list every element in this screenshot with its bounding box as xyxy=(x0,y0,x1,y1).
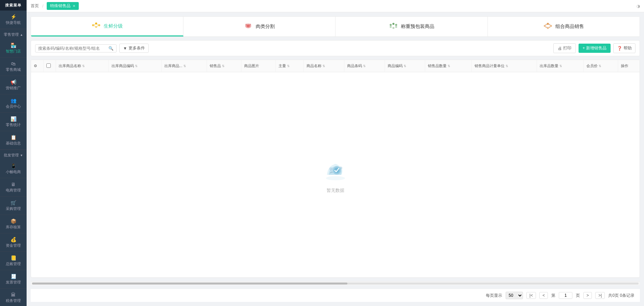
sidebar-item-inventory[interactable]: 📦 库存核算 xyxy=(0,215,27,233)
per-page-label: 每页显示 xyxy=(486,293,502,299)
add-label: + 新增销售品 xyxy=(583,45,606,51)
svg-line-4 xyxy=(94,24,95,25)
table-header-row: ⚙ 出库商品名称 ⇅ 出库商 xyxy=(31,60,640,72)
print-icon: 🖨 xyxy=(558,46,562,51)
select-all-checkbox[interactable] xyxy=(46,63,51,68)
prev-page-button[interactable]: < xyxy=(539,292,548,299)
members-icon: 👥 xyxy=(11,98,16,103)
sort-out-qty-icon[interactable]: ⇅ xyxy=(559,64,562,68)
sidebar-item-smart-store[interactable]: 🏪 智慧门店 xyxy=(0,39,27,58)
tab-meat[interactable]: 肉类分割 xyxy=(183,17,336,36)
empty-state-icon xyxy=(322,156,349,183)
topbar-toggle[interactable]: ◑ xyxy=(636,4,640,9)
svg-point-0 xyxy=(92,24,94,26)
next-page-button[interactable]: > xyxy=(583,292,592,299)
sort-member-price-icon[interactable]: ⇅ xyxy=(599,64,601,68)
sort-out-spec-icon[interactable]: ⇅ xyxy=(183,64,186,68)
scrollbar-thumb[interactable] xyxy=(32,282,347,285)
sidebar-item-marketing[interactable]: 📢 营销推广 xyxy=(0,76,27,94)
last-page-button[interactable]: >| xyxy=(595,292,605,299)
th-image: 商品图片 xyxy=(241,60,275,72)
search-box[interactable]: 🔍 xyxy=(35,44,117,52)
filter-button[interactable]: ▼ 更多条件 xyxy=(119,44,149,53)
breadcrumb-home[interactable]: 首页 xyxy=(31,3,39,9)
sidebar-section-wholesale[interactable]: 批发管理 ▼ xyxy=(0,150,27,160)
svg-point-2 xyxy=(95,26,97,28)
svg-point-29 xyxy=(329,167,333,171)
sidebar-item-invoice[interactable]: 🧾 发票管理 xyxy=(0,270,27,289)
page-suffix: 页 xyxy=(576,293,580,299)
sidebar-logo[interactable]: 搜索菜单 xyxy=(0,0,27,11)
th-actions: 操作 xyxy=(618,60,640,72)
th-sale-item: 销售品 ⇅ xyxy=(207,60,241,72)
tab-close-icon[interactable]: ✕ xyxy=(73,4,75,8)
sidebar-item-purchase[interactable]: 🛒 采购管理 xyxy=(0,197,27,215)
add-sale-button[interactable]: + 新增销售品 xyxy=(579,44,611,53)
sort-out-code-icon[interactable]: ⇅ xyxy=(135,64,138,68)
svg-point-17 xyxy=(395,26,397,28)
svg-point-13 xyxy=(392,23,394,25)
sidebar-item-ecom-mgmt[interactable]: 🖥 电商管理 xyxy=(0,178,27,197)
sidebar-item-finance[interactable]: 💰 资金管理 xyxy=(0,233,27,252)
search-input[interactable] xyxy=(38,46,106,51)
tab-combo-label: 组合商品销售 xyxy=(555,24,584,30)
help-icon: ❓ xyxy=(617,46,622,51)
sort-item-code-icon[interactable]: ⇅ xyxy=(404,64,406,68)
print-button[interactable]: 🖨 打印 xyxy=(553,43,576,53)
sort-barcode-icon[interactable]: ⇅ xyxy=(363,64,366,68)
search-icon[interactable]: 🔍 xyxy=(108,46,114,51)
tax-icon: 🏛 xyxy=(11,292,16,297)
column-settings-icon[interactable]: ⚙ xyxy=(34,64,37,68)
sort-item-name-icon[interactable]: ⇅ xyxy=(323,64,325,68)
retail-stats-icon: 📊 xyxy=(11,116,16,122)
th-barcode-label: 商品条码 xyxy=(347,63,362,68)
th-settings[interactable]: ⚙ xyxy=(31,60,43,72)
sidebar-item-basic-info[interactable]: 📋 基础信息 xyxy=(0,131,27,150)
th-member-price: 会员价 ⇅ xyxy=(584,60,618,72)
sort-main-weight-icon[interactable]: ⇅ xyxy=(287,64,290,68)
svg-point-11 xyxy=(250,24,251,25)
active-tab-tag[interactable]: 特殊销售品 ✕ xyxy=(47,2,79,10)
svg-line-7 xyxy=(97,26,98,26)
sort-sale-qty-icon[interactable]: ⇅ xyxy=(448,64,450,68)
th-out-spec: 出库商品... ⇅ xyxy=(161,60,207,72)
marketing-icon: 📢 xyxy=(11,79,16,85)
horizontal-scrollbar[interactable] xyxy=(31,281,640,285)
sort-sale-item-icon[interactable]: ⇅ xyxy=(222,64,225,68)
svg-point-30 xyxy=(340,167,342,169)
first-page-button[interactable]: |< xyxy=(526,292,536,299)
th-out-name: 出库商品名称 ⇅ xyxy=(56,60,108,72)
tab-fresh[interactable]: 生鲜分级 xyxy=(31,17,183,36)
svg-point-14 xyxy=(395,24,397,26)
retail-label: 零售管理 xyxy=(4,32,19,37)
filter-label: 更多条件 xyxy=(129,45,145,51)
svg-point-21 xyxy=(547,27,549,29)
svg-point-12 xyxy=(390,24,392,26)
category-tabs: 生鲜分级 肉类分割 xyxy=(31,16,640,37)
filter-icon: ▼ xyxy=(123,46,127,51)
th-out-spec-label: 出库商品... xyxy=(164,63,182,68)
svg-point-25 xyxy=(549,27,550,28)
invoice-icon: 🧾 xyxy=(11,274,16,279)
th-checkbox[interactable] xyxy=(43,60,56,72)
sort-out-name-icon[interactable]: ⇅ xyxy=(82,64,85,68)
sidebar-item-retail-stats[interactable]: 📊 零售统计 xyxy=(0,113,27,131)
sidebar-item-members[interactable]: 👥 会员中心 xyxy=(0,94,27,113)
sidebar-item-general[interactable]: 📒 总账管理 xyxy=(0,252,27,270)
sort-sale-unit-icon[interactable]: ⇅ xyxy=(506,64,508,68)
fresh-icon xyxy=(91,21,101,31)
sidebar-item-quick-nav[interactable]: ⚡ 快捷导航 xyxy=(0,11,27,29)
help-button[interactable]: ❓ 帮助 xyxy=(613,43,635,53)
th-out-qty: 出库品数量 ⇅ xyxy=(537,60,584,72)
sidebar-item-tax[interactable]: 🏛 税务管理 xyxy=(0,289,27,306)
sidebar-item-retail-mall[interactable]: 🛍 零售商城 xyxy=(0,58,27,76)
per-page-select[interactable]: 50 10 20 100 xyxy=(506,292,523,299)
tab-scale[interactable]: 称重预包装商品 xyxy=(335,17,488,36)
th-out-code: 出库商品编码 ⇅ xyxy=(108,60,161,72)
sidebar-section-retail[interactable]: 零售管理 ▲ xyxy=(0,29,27,39)
tab-combo[interactable]: 组合商品销售 xyxy=(488,17,640,36)
meat-icon xyxy=(243,22,253,31)
th-sale-qty-label: 销售品数量 xyxy=(428,63,447,68)
sidebar-item-mini-ecom[interactable]: 📱 小畅电商 xyxy=(0,160,27,178)
page-input[interactable] xyxy=(559,292,572,299)
